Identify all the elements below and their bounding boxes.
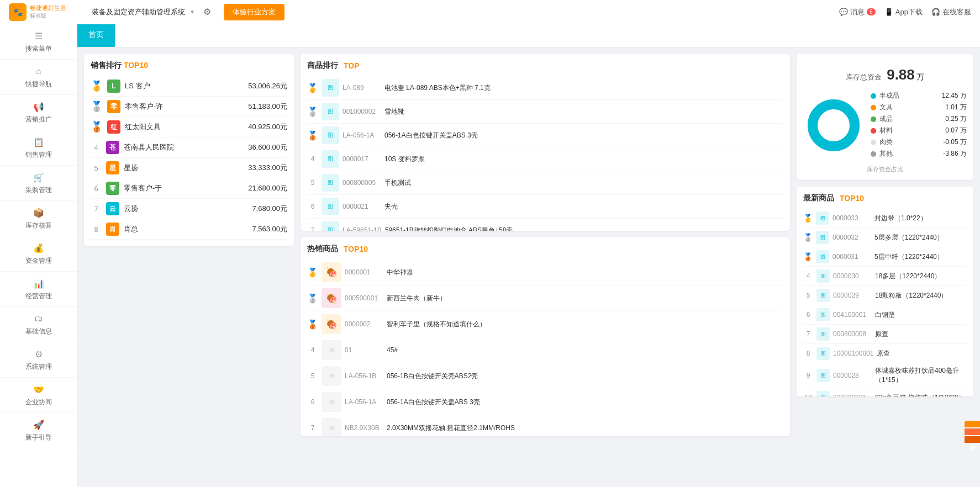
rank-number: 7 — [307, 424, 318, 432]
settings-button[interactable]: ⚙ — [199, 4, 215, 20]
sidebar-item-inventory[interactable]: 📦 库存核算 — [0, 201, 77, 236]
latest-product-item: 9 图 0000028 体城嘉枚味苏打饮品400毫升（1*15） — [803, 363, 967, 388]
sidebar-item-enterprise[interactable]: 🤝 企业协同 — [0, 378, 77, 413]
lp-name: 18多层（1220*2440） — [875, 272, 967, 281]
sidebar-item-system[interactable]: ⚙ 系统管理 — [0, 342, 77, 378]
product-thumbnail: 图 — [322, 79, 339, 97]
sales-ranking-card: 销售排行 TOP10 🥇 L LS 客户 53,006.26元 🥈 零 零售客户… — [84, 54, 294, 246]
product-rank-item: 4 图 0000017 10S 变料罗浆 — [307, 147, 783, 171]
product-code: NB2.0X30B — [345, 424, 383, 432]
lp-code: 0000028 — [833, 372, 872, 379]
legend-label-3: 成品 — [879, 114, 942, 124]
online-service-item[interactable]: 🎧 在线客服 — [931, 7, 971, 17]
lp-thumbnail: 图 — [816, 308, 830, 321]
product-code: 000800005 — [343, 179, 381, 187]
product-rank-item: 🥇 图 LA-089 电池盖 LA-089 ABS本色+黑种 7.1克 — [307, 76, 783, 100]
legend-label-2: 文具 — [879, 103, 942, 112]
sidebar-item-basics[interactable]: 🗂 基础信息 — [0, 307, 77, 342]
header-right: 💬 消息 6 📱 App下载 🎧 在线客服 — [839, 7, 971, 17]
product-name: 2.0X30MM双摇花轴,摇花直径2.1MM/ROHS — [387, 424, 783, 433]
rank-number: 5 — [307, 179, 318, 187]
lp-thumbnail: 图 — [816, 369, 830, 382]
legend-value-3: 0.25 万 — [945, 114, 967, 124]
tab-home[interactable]: 首页 — [77, 24, 115, 47]
sidebar-item-guide[interactable]: 🚀 新手引导 — [0, 413, 77, 448]
sidebar-item-operations-label: 经营管理 — [25, 292, 52, 301]
hot-products-title: 热销商品 TOP10 — [307, 244, 783, 254]
phone-icon: 📱 — [884, 8, 893, 16]
lp-code: 0000033 — [833, 214, 871, 222]
sidebar-item-purchase[interactable]: 🛒 采购管理 — [0, 166, 77, 201]
sidebar-item-search[interactable]: ☰ 搜索菜单 — [0, 24, 77, 60]
thumb-label: 图 — [328, 84, 333, 92]
app-label: App下载 — [895, 7, 923, 17]
legend-label-4: 材料 — [879, 126, 942, 135]
product-thumbnail: 图 — [322, 103, 339, 120]
rank-customer-name: LS 客户 — [125, 81, 244, 91]
donut-chart — [803, 95, 864, 157]
product-name: 59651-1B旋转投影灯电池盒 ABS黑色+58壳 — [385, 226, 783, 231]
rank-amount: 21,680.00元 — [248, 183, 287, 193]
product-ranking-title: 商品排行 TOP — [307, 61, 783, 71]
lp-name: 18颗粒板（1220*2440） — [875, 291, 967, 300]
medal-icon: 🥉 — [91, 121, 103, 133]
cs-hotline-button[interactable]: 客服热线 — [965, 421, 980, 427]
lp-thumb-label: 图 — [820, 234, 825, 241]
product-name: 手机测试 — [384, 178, 783, 188]
sidebar: ☰ 搜索菜单 ⌂ 快捷导航 📢 营销推广 📋 销售管理 🛒 采购管理 📦 库存核… — [0, 24, 77, 487]
rank-number: 4 — [91, 144, 102, 152]
sidebar-item-sales-label: 销售管理 — [25, 150, 52, 160]
message-item[interactable]: 💬 消息 6 — [839, 7, 876, 17]
sales-icon: 📋 — [33, 136, 45, 148]
product-name: 45# — [387, 346, 783, 354]
medal-icon: 🥈 — [803, 233, 813, 242]
dropdown-arrow-icon[interactable]: ▼ — [189, 9, 195, 15]
rank-badge: L — [107, 80, 120, 93]
latest-product-item: 6 图 004100001 白钢垫 — [803, 305, 967, 325]
rank-number: 7 — [803, 330, 813, 338]
latest-product-item: 8 图 10000100001 原查 — [803, 344, 967, 363]
legend-dot-5 — [871, 140, 876, 145]
system-name: 装备及固定资产辅助管理系统 — [92, 7, 185, 17]
main-layout: ☰ 搜索菜单 ⌂ 快捷导航 📢 营销推广 📋 销售管理 🛒 采购管理 📦 库存核… — [0, 24, 980, 487]
trial-button[interactable]: 体验行业方案 — [224, 4, 284, 20]
medal-icon: 🥈 — [307, 293, 318, 304]
product-code: 000500001 — [345, 294, 383, 302]
product-name: 中华神器 — [387, 268, 783, 277]
sidebar-item-search-label: 搜索菜单 — [25, 44, 52, 54]
rank-amount: 36,600.00元 — [248, 142, 287, 152]
product-thumbnail: 图 — [322, 198, 339, 215]
rank-number: 4 — [307, 155, 318, 163]
sidebar-item-operations[interactable]: 📊 经营管理 — [0, 272, 77, 307]
hot-product-item: 6 图 LA-056-1A 056-1A白色按键开关盖ABS 3壳 — [307, 389, 783, 415]
sidebar-item-finance[interactable]: 💰 资金管理 — [0, 236, 77, 272]
rank-customer-name: 云扬 — [124, 204, 247, 214]
product-code: LA-056-1B — [345, 372, 383, 380]
hot-product-item: 🥇 🍖 0000001 中华神器 — [307, 260, 783, 285]
cs-community-button[interactable]: 服务社区 — [965, 428, 980, 435]
hot-product-thumbnail: 图 — [322, 340, 341, 360]
service-label: 在线客服 — [942, 7, 971, 17]
sales-rank-item: 4 苍 苍南县人民医院 36,600.00元 — [91, 137, 287, 158]
sidebar-item-system-label: 系统管理 — [25, 362, 52, 372]
sidebar-item-sales[interactable]: 📋 销售管理 — [0, 130, 77, 166]
sidebar-item-shortcuts[interactable]: ⌂ 快捷导航 — [0, 60, 77, 95]
rank-number: 8 — [803, 350, 813, 357]
hot-products-list: 🥇 🍖 0000001 中华神器 🥈 🍖 000500001 新西兰牛肉（新牛）… — [307, 260, 783, 436]
guide-icon: 🚀 — [33, 419, 45, 431]
cs-live-button[interactable]: 直播 — [965, 436, 980, 443]
legend-dot-6 — [871, 151, 876, 157]
rank-customer-name: 零售客户-于 — [124, 183, 244, 193]
legend-label-6: 其他 — [879, 149, 940, 158]
rank-amount: 51,183.00元 — [248, 102, 287, 112]
lp-thumb-label: 图 — [821, 350, 826, 357]
hot-product-item: 🥈 🍖 000500001 新西兰牛肉（新牛） — [307, 285, 783, 311]
sidebar-item-marketing[interactable]: 📢 营销推广 — [0, 95, 77, 130]
rank-amount: 40,925.00元 — [248, 122, 287, 132]
hot-product-item: 🥉 🍖 0000002 智利车子里（规格不知道填什么） — [307, 311, 783, 337]
rank-customer-name: 苍南县人民医院 — [124, 142, 244, 152]
app-download-item[interactable]: 📱 App下载 — [884, 7, 923, 17]
product-name: 智利车子里（规格不知道填什么） — [387, 320, 783, 329]
lp-code: 004100001 — [833, 311, 872, 319]
svg-point-5 — [818, 110, 849, 141]
